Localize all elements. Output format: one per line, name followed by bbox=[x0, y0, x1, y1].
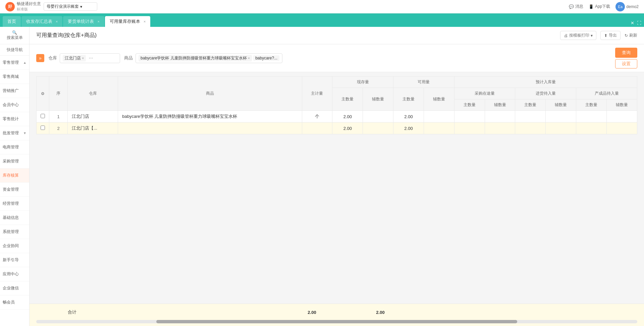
sidebar-item-operations[interactable]: 经营管理 bbox=[0, 197, 29, 211]
row2-production-aux bbox=[606, 123, 637, 134]
row2-production-main bbox=[576, 123, 607, 134]
refresh-btn[interactable]: ↻ 刷新 bbox=[625, 33, 637, 38]
footer-table: 合计 2.00 2.00 bbox=[36, 307, 637, 318]
sidebar-quick-nav-label: 快捷导航 bbox=[7, 47, 23, 52]
sidebar-item-base-label: 基础信息 bbox=[3, 215, 19, 221]
filter-actions: 查询 设置 bbox=[615, 48, 637, 68]
th-current-stock: 现存量 bbox=[332, 77, 393, 88]
tab-receipt-summary-close[interactable]: × bbox=[56, 19, 58, 24]
sidebar-item-retail-stats-label: 零售统计 bbox=[3, 116, 19, 122]
template-print-btn[interactable]: 🖨 按模板打印 ▾ bbox=[560, 31, 596, 40]
th-warehouse: 仓库 bbox=[68, 77, 118, 111]
tab-order-stats-label: 要货单统计表 bbox=[68, 18, 94, 25]
product-tag-1-remove[interactable]: × bbox=[248, 56, 250, 60]
row1-checkbox[interactable] bbox=[37, 111, 49, 123]
expand-icon[interactable]: ⛶ bbox=[637, 20, 641, 26]
sidebar-item-finance[interactable]: 资金管理 bbox=[0, 183, 29, 197]
sidebar-item-retail-mall-label: 零售商城 bbox=[3, 74, 19, 80]
product-tag-1-text: babycare学饮杯 儿童防摔防撞吸管杯重力球吸嘴杯宝宝水杯 bbox=[141, 55, 247, 61]
sidebar-item-retail-stats[interactable]: 零售统计 bbox=[0, 112, 29, 126]
th-predicted: 预计入库量 bbox=[454, 77, 637, 88]
sidebar-item-wholesale-arrow: ▼ bbox=[23, 131, 26, 135]
sidebar-item-inventory[interactable]: 库存核算 bbox=[0, 169, 29, 183]
avatar-text: Ea bbox=[618, 5, 623, 9]
th-settings[interactable]: ⚙ bbox=[37, 77, 49, 111]
row2-stock-main: 2.00 bbox=[332, 123, 363, 134]
tab-receipt-summary-label: 收发存汇总表 bbox=[26, 18, 52, 25]
sidebar-item-system[interactable]: 系统管理 bbox=[0, 225, 29, 239]
horizontal-scrollbar[interactable] bbox=[36, 320, 637, 323]
product-filter-input[interactable]: babycare学饮杯 儿童防摔防撞吸管杯重力球吸嘴杯宝宝水杯 × babyca… bbox=[136, 53, 282, 63]
query-btn[interactable]: 查询 bbox=[615, 48, 637, 58]
template-dropdown-icon: ▾ bbox=[591, 33, 593, 38]
sidebar-search-label: 搜索菜单 bbox=[7, 35, 23, 40]
logo-text: 畅捷通好生意 bbox=[17, 1, 41, 7]
sidebar-item-enterprise[interactable]: 企业协同 bbox=[0, 239, 29, 253]
sidebar-item-newbie[interactable]: 新手引导 bbox=[0, 253, 29, 267]
tab-order-stats[interactable]: 要货单统计表 × bbox=[63, 16, 104, 27]
table-row: 2 江北门店【... 2.00 2.00 bbox=[37, 123, 637, 134]
sidebar-item-retail[interactable]: 零售管理 ▲ bbox=[0, 56, 29, 70]
sidebar-item-enterprise-wechat[interactable]: 企业微信 bbox=[0, 281, 29, 295]
row2-checkbox-input[interactable] bbox=[41, 126, 45, 130]
row1-incoming-aux bbox=[546, 111, 576, 123]
avatar: Ea bbox=[615, 2, 625, 11]
filter-expand-btn[interactable]: » bbox=[36, 54, 44, 62]
sidebar-item-marketing-label: 营销推广 bbox=[3, 88, 19, 94]
warehouse-filter-more[interactable]: ··· bbox=[87, 55, 94, 61]
tab-available-inventory-close[interactable]: × bbox=[144, 19, 146, 24]
tab-available-inventory[interactable]: 可用量库存账本 × bbox=[105, 16, 150, 27]
tab-receipt-summary[interactable]: 收发存汇总表 × bbox=[21, 16, 62, 27]
row2-purchase-aux bbox=[485, 123, 515, 134]
sidebar-item-member[interactable]: 会员中心 bbox=[0, 98, 29, 112]
top-bar-left: 好 畅捷通好生意 标准版 母婴行业演示账套 ▾ bbox=[5, 1, 97, 12]
store-selector[interactable]: 母婴行业演示账套 ▾ bbox=[44, 2, 97, 11]
user-area[interactable]: Ea demo2 bbox=[615, 2, 639, 11]
row1-checkbox-input[interactable] bbox=[41, 114, 45, 118]
product-tag-2: babycare?... bbox=[253, 55, 279, 61]
sidebar-item-ecommerce[interactable]: 电商管理 bbox=[0, 140, 29, 154]
table-row: 1 江北门店 babycare学饮杯 儿童防摔防撞吸管杯重力球吸嘴杯宝宝水杯 个… bbox=[37, 111, 637, 123]
sidebar-item-member-label: 会员中心 bbox=[3, 102, 19, 108]
sidebar-item-retail-mall[interactable]: 零售商城 bbox=[0, 70, 29, 84]
download-label: App下载 bbox=[595, 4, 610, 9]
product-tag-2-text: babycare?... bbox=[255, 56, 277, 60]
sidebar-item-purchase[interactable]: 采购管理 bbox=[0, 154, 29, 169]
row1-no: 1 bbox=[49, 111, 68, 123]
scrollbar-thumb bbox=[156, 320, 517, 323]
row1-available-aux bbox=[424, 111, 454, 123]
sidebar-item-base[interactable]: 基础信息 bbox=[0, 211, 29, 225]
refresh-icon: ↻ bbox=[625, 33, 628, 38]
sidebar-item-member2[interactable]: 畅会员 bbox=[0, 295, 29, 310]
page-title: 可用量查询(按仓库+商品) bbox=[36, 32, 97, 39]
row1-purchase-main bbox=[454, 111, 485, 123]
download-icon: 📱 bbox=[589, 4, 594, 9]
sidebar-item-inventory-label: 库存核算 bbox=[3, 173, 19, 178]
warehouse-tag-text: 江北门店 bbox=[65, 55, 81, 61]
warehouse-tag-remove[interactable]: × bbox=[82, 56, 84, 60]
message-btn[interactable]: 💬 消息 bbox=[569, 4, 583, 9]
sidebar-item-wholesale[interactable]: 批发管理 ▼ bbox=[0, 126, 29, 140]
sidebar-item-retail-label: 零售管理 bbox=[3, 60, 19, 65]
settings-btn[interactable]: 设置 bbox=[615, 59, 637, 68]
filter-bar: » 仓库 江北门店 × ··· 商品 babycare学饮杯 儿童防摔防撞吸管杯… bbox=[30, 44, 644, 72]
warehouse-filter-input[interactable]: 江北门店 × ··· bbox=[60, 53, 120, 63]
sidebar-search[interactable]: 🔍 搜索菜单 bbox=[0, 27, 29, 44]
export-btn[interactable]: ⬆ 导出 bbox=[600, 31, 621, 40]
sidebar-item-member2-label: 畅会员 bbox=[3, 299, 15, 305]
th-incoming-main: 主数量 bbox=[515, 99, 546, 111]
row2-checkbox[interactable] bbox=[37, 123, 49, 134]
row2-stock-aux bbox=[363, 123, 393, 134]
sidebar-quick-nav[interactable]: 快捷导航 bbox=[0, 44, 29, 56]
app-download-btn[interactable]: 📱 App下载 bbox=[589, 4, 610, 9]
sidebar-item-app-center[interactable]: 应用中心 bbox=[0, 267, 29, 281]
close-all-icon[interactable]: ✕ bbox=[631, 20, 634, 26]
sidebar-item-wholesale-label: 批发管理 bbox=[3, 130, 19, 136]
tab-controls: ✕ ⛶ bbox=[631, 20, 641, 27]
tab-home[interactable]: 首页 bbox=[3, 16, 21, 27]
row1-incoming-main bbox=[515, 111, 546, 123]
nav-tabs: 首页 收发存汇总表 × 要货单统计表 × 可用量库存账本 × ✕ ⛶ bbox=[0, 13, 644, 27]
th-no: 序 bbox=[49, 77, 68, 111]
tab-order-stats-close[interactable]: × bbox=[97, 19, 99, 24]
sidebar-item-marketing[interactable]: 营销推广 bbox=[0, 84, 29, 98]
